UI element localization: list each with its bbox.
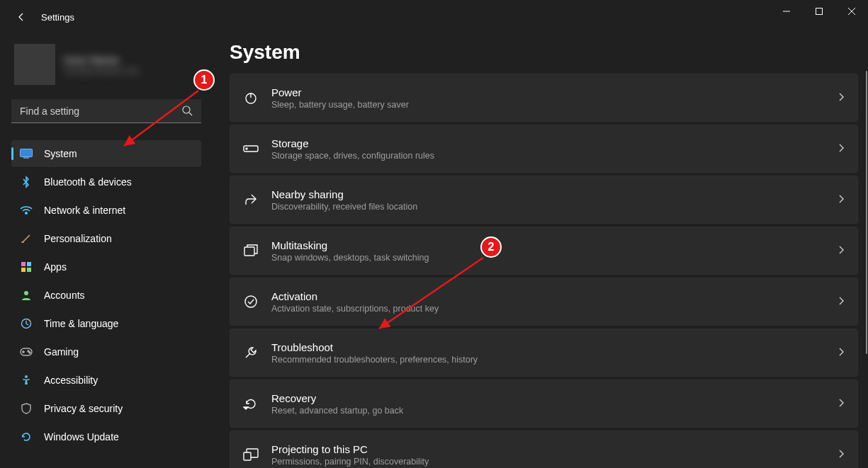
card-activation[interactable]: Activation Activation state, subscriptio… [230, 278, 858, 326]
update-icon [20, 430, 33, 443]
svg-point-12 [28, 350, 29, 352]
storage-icon [230, 144, 271, 154]
window-controls [770, 0, 868, 23]
wifi-icon [20, 204, 33, 217]
svg-rect-0 [816, 8, 823, 15]
card-power[interactable]: Power Sleep, battery usage, battery save… [230, 74, 858, 122]
card-description: Recommended troubleshooters, preferences… [271, 355, 838, 365]
profile-block[interactable]: User Name user@example.com [11, 40, 201, 99]
sidebar-item-gaming[interactable]: Gaming [11, 338, 201, 365]
card-storage[interactable]: Storage Storage space, drives, configura… [230, 125, 858, 173]
chevron-right-icon [838, 143, 845, 155]
minimize-button[interactable] [770, 0, 803, 23]
card-title: Nearby sharing [271, 188, 838, 200]
card-recovery[interactable]: Recovery Reset, advanced startup, go bac… [230, 379, 858, 428]
sidebar-item-label: System [44, 148, 193, 159]
sidebar-item-personalization[interactable]: Personalization [11, 225, 201, 252]
chevron-right-icon [838, 194, 845, 206]
gamepad-icon [20, 346, 33, 358]
annotation-callout-2: 2 [480, 236, 502, 258]
close-icon [848, 8, 855, 15]
card-title: Projecting to this PC [271, 443, 838, 455]
page-title: System [230, 41, 858, 64]
sidebar-item-label: Bluetooth & devices [44, 176, 193, 188]
sidebar: User Name user@example.com System Blueto… [0, 34, 213, 468]
sidebar-item-label: Accounts [44, 290, 193, 301]
card-projecting[interactable]: Projecting to this PC Permissions, pairi… [230, 430, 858, 468]
chevron-right-icon [838, 449, 845, 461]
sidebar-item-system[interactable]: System [11, 140, 201, 167]
search-input[interactable] [11, 99, 201, 123]
sidebar-item-label: Personalization [44, 233, 193, 244]
shield-icon [20, 402, 33, 415]
chevron-right-icon [838, 296, 845, 308]
chevron-right-icon [838, 92, 845, 104]
card-nearby-sharing[interactable]: Nearby sharing Discoverability, received… [230, 176, 858, 224]
card-title: Troubleshoot [271, 341, 838, 353]
svg-rect-21 [244, 452, 251, 460]
sidebar-item-privacy[interactable]: Privacy & security [11, 395, 201, 422]
card-troubleshoot[interactable]: Troubleshoot Recommended troubleshooters… [230, 329, 858, 377]
card-description: Activation state, subscriptions, product… [271, 304, 838, 314]
svg-point-13 [29, 352, 30, 353]
svg-rect-7 [21, 268, 26, 272]
sidebar-item-label: Accessibility [44, 375, 193, 386]
card-description: Reset, advanced startup, go back [271, 406, 838, 416]
svg-rect-3 [23, 158, 29, 159]
search-wrap [11, 99, 201, 123]
search-icon [181, 105, 193, 118]
sidebar-item-apps[interactable]: Apps [11, 253, 201, 280]
card-list: Power Sleep, battery usage, battery save… [230, 74, 858, 468]
scrollbar[interactable] [866, 71, 867, 354]
svg-point-1 [183, 106, 190, 113]
window-title: Settings [41, 12, 74, 23]
card-description: Snap windows, desktops, task switching [271, 253, 838, 263]
accessibility-icon [20, 374, 33, 387]
svg-rect-5 [21, 262, 26, 266]
titlebar: Settings [0, 0, 868, 34]
sidebar-item-label: Network & internet [44, 205, 193, 216]
recovery-icon [230, 397, 271, 410]
back-button[interactable] [14, 10, 28, 24]
card-multitasking[interactable]: Multitasking Snap windows, desktops, tas… [230, 227, 858, 275]
svg-point-4 [26, 212, 28, 215]
chevron-right-icon [838, 245, 845, 257]
sidebar-item-label: Time & language [44, 318, 193, 329]
person-icon [20, 289, 33, 302]
card-title: Activation [271, 290, 838, 302]
annotation-callout-1: 1 [193, 69, 215, 91]
sidebar-item-update[interactable]: Windows Update [11, 423, 201, 450]
sidebar-item-time[interactable]: Time & language [11, 310, 201, 337]
minimize-icon [783, 8, 790, 15]
card-description: Storage space, drives, configuration rul… [271, 151, 838, 161]
project-icon [230, 448, 271, 461]
card-description: Sleep, battery usage, battery saver [271, 100, 838, 110]
svg-point-17 [246, 148, 247, 149]
maximize-button[interactable] [803, 0, 835, 23]
power-icon [230, 91, 271, 105]
chevron-right-icon [838, 347, 845, 359]
card-title: Multitasking [271, 239, 838, 251]
svg-point-19 [245, 296, 257, 307]
sidebar-item-accounts[interactable]: Accounts [11, 282, 201, 309]
close-button[interactable] [835, 0, 868, 23]
sidebar-item-label: Gaming [44, 346, 193, 358]
sidebar-item-accessibility[interactable]: Accessibility [11, 367, 201, 394]
arrow-left-icon [16, 11, 27, 23]
profile-name: User Name [64, 54, 140, 66]
troubleshoot-icon [230, 346, 271, 360]
brush-icon [20, 232, 33, 245]
sidebar-item-label: Privacy & security [44, 403, 193, 414]
chevron-right-icon [838, 398, 845, 410]
apps-icon [20, 261, 33, 273]
sidebar-item-bluetooth[interactable]: Bluetooth & devices [11, 169, 201, 195]
sidebar-item-network[interactable]: Network & internet [11, 197, 201, 224]
sidebar-item-label: Windows Update [44, 431, 193, 443]
activation-icon [230, 295, 271, 309]
bluetooth-icon [20, 176, 33, 188]
content-area: System Power Sleep, battery usage, batte… [213, 34, 868, 468]
card-description: Permissions, pairing PIN, discoverabilit… [271, 457, 838, 467]
avatar [14, 44, 55, 85]
multitask-icon [230, 244, 271, 257]
maximize-icon [816, 8, 823, 15]
